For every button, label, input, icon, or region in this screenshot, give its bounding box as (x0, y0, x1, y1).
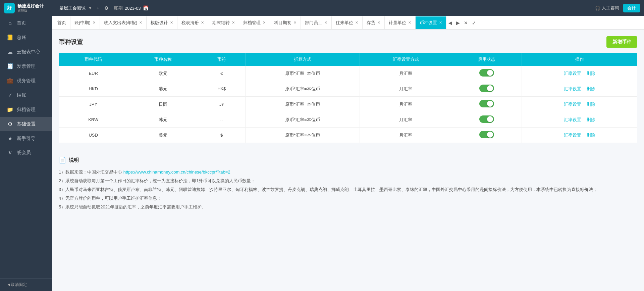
close-icon[interactable]: ✕ (439, 20, 442, 25)
tab-tax[interactable]: 税表清册 ✕ (177, 16, 208, 29)
close-icon[interactable]: ✕ (139, 20, 142, 25)
settings-btn[interactable]: ⚙ (104, 5, 109, 11)
close-icon[interactable]: ✕ (232, 20, 235, 25)
delete-link[interactable]: 删除 (587, 71, 595, 76)
delete-link[interactable]: 删除 (587, 117, 595, 122)
cell-name: 韩元 (128, 112, 198, 128)
close-icon[interactable]: ✕ (201, 20, 204, 25)
close-icon[interactable]: ✕ (93, 20, 96, 25)
close-icon[interactable]: ✕ (263, 20, 266, 25)
toggle-switch[interactable] (479, 85, 494, 92)
cell-rate-type: 月汇率 (360, 112, 452, 128)
tab-prev-btn[interactable]: ◀ (446, 16, 454, 29)
cell-symbol: -- (198, 112, 245, 128)
archive-icon: 📁 (7, 106, 13, 113)
tab-currency[interactable]: 币种设置 ✕ (416, 16, 446, 29)
sidebar-label-home: 首页 (17, 20, 26, 26)
rate-settings-link[interactable]: 汇率设置 (564, 117, 581, 122)
help-button[interactable]: 🎧 人工咨询 (595, 5, 619, 11)
tab-template[interactable]: 模版设计 ✕ (147, 16, 177, 29)
sidebar-label-member: 畅会员 (17, 150, 31, 156)
notes-section: 📄 说明 1）数据来源：中国外汇交易中心 https://www.chinamo… (59, 156, 637, 211)
col-calc: 折算方式 (245, 53, 360, 66)
sidebar-item-home[interactable]: ⌂ 首页 (0, 16, 52, 30)
cell-calc: 原币*汇率=本位币 (245, 112, 360, 128)
gear-icon: ⚙ (7, 121, 13, 127)
notes-item: 1）数据来源：中国外汇交易中心 https://www.chinamoney.c… (59, 168, 637, 177)
sidebar-item-tax[interactable]: 💼 税务管理 (0, 74, 52, 88)
tab-home[interactable]: 首页 (53, 16, 70, 29)
tab-bar: 首页 账(中期) ✕ 收入支出表(年报) ✕ 模版设计 ✕ 税表清册 ✕ (52, 16, 644, 30)
notes-external-link[interactable]: https://www.chinamoney.com.cn/chinese/bk… (123, 169, 230, 175)
help-label: 人工咨询 (602, 5, 619, 11)
sidebar-item-ledger[interactable]: 📒 总账 (0, 30, 52, 45)
tab-archive[interactable]: 归档管理 ✕ (239, 16, 270, 29)
close-icon[interactable]: ✕ (293, 20, 297, 25)
tab-subject[interactable]: 科目期初 ✕ (270, 16, 301, 29)
rate-settings-link[interactable]: 汇率设置 (564, 86, 581, 91)
tab-unit-label: 计量单位 (389, 20, 406, 26)
rate-settings-link[interactable]: 汇率设置 (564, 102, 581, 107)
sidebar-label-tax: 税务管理 (17, 78, 36, 84)
rate-settings-link[interactable]: 汇率设置 (564, 133, 581, 138)
sidebar-item-member[interactable]: V 畅会员 (0, 146, 52, 160)
notes-title: 说明 (69, 157, 79, 163)
sidebar-item-archive[interactable]: 📁 归档管理 (0, 102, 52, 117)
tab-income-label: 收入支出表(年报) (104, 20, 138, 26)
tab-period[interactable]: 账(中期) ✕ (70, 16, 100, 29)
tab-partner[interactable]: 往来单位 ✕ (332, 16, 363, 29)
rate-settings-link[interactable]: 汇率设置 (564, 71, 581, 76)
toggle-switch[interactable] (479, 100, 494, 107)
home-icon: ⌂ (7, 20, 13, 26)
sidebar-item-checkout[interactable]: ✓ 结账 (0, 88, 52, 102)
tab-dept[interactable]: 部门员工 ✕ (301, 16, 332, 29)
dropdown-icon: ▼ (88, 6, 92, 10)
tab-income[interactable]: 收入支出表(年报) ✕ (100, 16, 147, 29)
tab-unit[interactable]: 计量单位 ✕ (385, 16, 416, 29)
company-selector[interactable]: 基层工会测试 ▼ (59, 5, 92, 11)
cell-actions: 汇率设置 删除 (522, 97, 637, 112)
cell-code: KRW (59, 112, 128, 128)
toggle-switch[interactable] (479, 69, 494, 77)
account-button[interactable]: 会计 (623, 4, 640, 12)
sidebar-item-reports[interactable]: ☁ 云报表中心 (0, 45, 52, 59)
cell-name: 欧元 (128, 66, 198, 81)
cell-symbol: HK$ (198, 81, 245, 97)
delete-link[interactable]: 删除 (587, 102, 595, 107)
tab-expand-btn[interactable]: ⤢ (470, 16, 478, 29)
new-currency-button[interactable]: 新增币种 (606, 36, 637, 48)
sidebar-item-invoice[interactable]: 🧾 发票管理 (0, 59, 52, 74)
cell-status (452, 81, 522, 97)
tab-tax-label: 税表清册 (181, 20, 199, 26)
sidebar-item-guide[interactable]: ★ 新手引导 (0, 131, 52, 146)
tab-currency-label: 币种设置 (420, 20, 437, 26)
close-icon[interactable]: ✕ (408, 20, 411, 25)
logo-area: 好 畅捷通好会计 旗舰版 (4, 3, 56, 13)
toggle-switch[interactable] (479, 115, 494, 123)
toggle-switch[interactable] (479, 131, 494, 138)
notes-list: 1）数据来源：中国外汇交易中心 https://www.chinamoney.c… (59, 168, 637, 211)
tab-close-btn[interactable]: ✕ (462, 16, 470, 29)
close-icon[interactable]: ✕ (324, 20, 327, 25)
delete-link[interactable]: 删除 (587, 86, 595, 91)
add-btn[interactable]: ＋ (96, 5, 100, 11)
tab-next-btn[interactable]: ▶ (454, 16, 462, 29)
cell-actions: 汇率设置 删除 (522, 81, 637, 97)
calendar-icon[interactable]: 📅 (143, 5, 149, 11)
cell-actions: 汇率设置 删除 (522, 112, 637, 128)
close-icon[interactable]: ✕ (355, 20, 358, 25)
tab-period-end[interactable]: 期末结转 ✕ (208, 16, 239, 29)
sidebar-item-settings[interactable]: ⚙ 基础设置 (0, 117, 52, 131)
checkout-icon: ✓ (7, 92, 13, 98)
close-icon[interactable]: ✕ (170, 20, 173, 25)
notes-item: 2）系统自动获取每月第一个工作日的汇率标价，统一为直接标价法，即1外币可以兑换的… (59, 177, 637, 185)
page-title: 币种设置 (59, 38, 83, 46)
sidebar-label-reports: 云报表中心 (17, 49, 40, 55)
close-icon[interactable]: ✕ (377, 20, 380, 25)
period-label: 账期 (114, 5, 123, 11)
toggle-track (479, 100, 494, 107)
table-header-row: 币种代码 币种名称 币符 折算方式 汇率设置方式 启用状态 操作 (59, 53, 637, 66)
pin-button[interactable]: ◄取消固定 (0, 278, 52, 291)
tab-inventory[interactable]: 存货 ✕ (363, 16, 385, 29)
delete-link[interactable]: 删除 (587, 133, 595, 138)
